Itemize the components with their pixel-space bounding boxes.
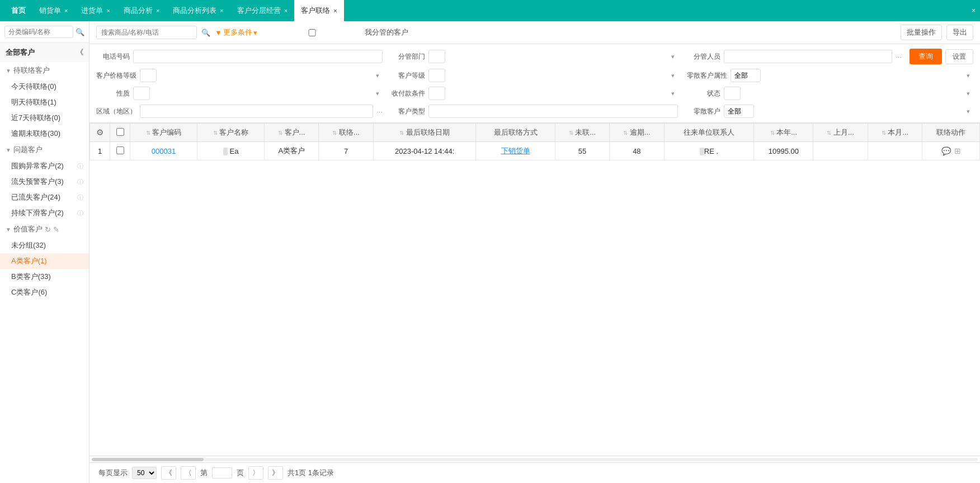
sidebar-item-tomorrow[interactable]: 明天待联络(1) bbox=[0, 94, 89, 110]
close-analysis[interactable]: × bbox=[156, 7, 159, 14]
phone-input[interactable] bbox=[133, 50, 383, 63]
close-customer-segment[interactable]: × bbox=[284, 7, 288, 14]
search-input[interactable] bbox=[96, 26, 197, 39]
query-button[interactable]: 查询 bbox=[910, 49, 942, 64]
status-select[interactable] bbox=[724, 87, 741, 100]
row-checkbox[interactable] bbox=[116, 146, 124, 154]
retail-attr-select[interactable]: 全部 bbox=[731, 69, 761, 82]
search-icon[interactable]: 🔍 bbox=[201, 29, 210, 37]
pagination-bar: 每页显示 50 《 〈 第 1 页 〉 》 共1页 1条记录 bbox=[89, 462, 980, 483]
sidebar-item-declining[interactable]: 持续下滑客户(2) ⓘ bbox=[0, 205, 89, 221]
last-page-button[interactable]: 》 bbox=[268, 466, 283, 480]
area-input[interactable] bbox=[140, 105, 373, 118]
sidebar-item-c-class[interactable]: C类客户(6) bbox=[0, 285, 89, 300]
sidebar-section-problem[interactable]: ▼ 问题客户 bbox=[0, 141, 89, 158]
retail-customer-select[interactable]: 全部 bbox=[724, 105, 754, 118]
page-number-input[interactable]: 1 bbox=[212, 467, 232, 479]
sidebar-all-customers[interactable]: 全部客户 《 bbox=[0, 43, 89, 62]
nav-customer-segment[interactable]: 客户分层经营 × bbox=[230, 0, 294, 21]
sidebar-item-b-class[interactable]: B类客户(33) bbox=[0, 269, 89, 285]
action-icons-group: 💬 ⊞ bbox=[927, 146, 975, 155]
customer-level-select[interactable] bbox=[428, 69, 445, 82]
sidebar-item-ungrouped[interactable]: 未分组(32) bbox=[0, 238, 89, 253]
sidebar-search-icon[interactable]: 🔍 bbox=[76, 28, 84, 36]
select-all-checkbox[interactable] bbox=[116, 128, 124, 136]
export-button[interactable]: 导出 bbox=[946, 25, 973, 40]
arrow-pending: ▼ bbox=[6, 68, 11, 74]
table-gear-icon[interactable]: ⚙ bbox=[96, 127, 103, 137]
per-page-select[interactable]: 50 bbox=[132, 467, 157, 479]
last-method-link[interactable]: 下销货单 bbox=[501, 146, 530, 155]
row-last-date: 2023-04-12 14:44: bbox=[373, 142, 475, 160]
nav-sales[interactable]: 销货单 × bbox=[32, 0, 74, 21]
close-analysis-list[interactable]: × bbox=[220, 7, 223, 14]
sidebar-item-hoard[interactable]: 囤购异常客户(2) ⓘ bbox=[0, 158, 89, 174]
col-sort-icon: ⇅ bbox=[146, 130, 150, 136]
row-index: 1 bbox=[90, 142, 110, 160]
nav-purchase[interactable]: 进货单 × bbox=[74, 0, 116, 21]
close-customer-contact[interactable]: × bbox=[333, 7, 337, 14]
sidebar-collapse-icon[interactable]: 《 bbox=[76, 48, 83, 58]
table-area: ⚙ ⇅ 客户编码 ⇅ 客户名称 bbox=[89, 123, 980, 456]
sidebar: 🔍 全部客户 《 ▼ 待联络客户 今天待联络(0) 明天待联络(1) 近7天待联… bbox=[0, 21, 89, 483]
scrollbar-thumb[interactable] bbox=[92, 458, 204, 461]
row-last-month bbox=[813, 142, 868, 160]
person-input[interactable] bbox=[724, 50, 892, 63]
row-actions: 💬 ⊞ bbox=[922, 142, 980, 160]
nav-home[interactable]: 首页 bbox=[4, 0, 32, 21]
sidebar-item-overdue[interactable]: 逾期未联络(30) bbox=[0, 126, 89, 141]
setting-button[interactable]: 设置 bbox=[945, 49, 973, 64]
arrow-value: ▼ bbox=[6, 226, 11, 233]
row-not-contact: 55 bbox=[555, 142, 609, 160]
nav-analysis[interactable]: 商品分析 × bbox=[117, 0, 166, 21]
person-dots[interactable]: ··· bbox=[896, 53, 902, 61]
filter-phone: 电话号码 bbox=[96, 50, 383, 63]
sidebar-item-today[interactable]: 今天待联络(0) bbox=[0, 79, 89, 94]
horizontal-scrollbar[interactable] bbox=[89, 456, 980, 462]
sidebar-search-input[interactable] bbox=[4, 26, 73, 38]
col-this-year: ⇅ 本年... bbox=[754, 124, 813, 142]
nav-customer-contact[interactable]: 客户联络 × bbox=[294, 0, 343, 21]
filter-dept: 分管部门 bbox=[392, 50, 678, 63]
col-contact-person: 往来单位联系人 bbox=[664, 124, 754, 142]
price-level-label: 客户价格等级 bbox=[96, 71, 136, 80]
customer-level-label: 客户等级 bbox=[392, 71, 425, 80]
info-icon-lost: ⓘ bbox=[77, 193, 83, 202]
my-customers-checkbox[interactable] bbox=[262, 29, 362, 36]
chat-icon[interactable]: 💬 bbox=[941, 146, 951, 155]
my-customers-check[interactable]: 我分管的客户 bbox=[262, 27, 408, 37]
close-sales[interactable]: × bbox=[64, 7, 68, 14]
more-conditions-button[interactable]: ▼ 更多条件 ▾ bbox=[215, 27, 257, 37]
batch-op-button[interactable]: 批量操作 bbox=[901, 25, 942, 40]
sidebar-item-loss-warning[interactable]: 流失预警客户(3) ⓘ bbox=[0, 174, 89, 190]
edit-icon[interactable]: ✎ bbox=[53, 225, 59, 234]
info-icon-declining: ⓘ bbox=[77, 209, 83, 217]
close-purchase[interactable]: × bbox=[106, 7, 110, 14]
row-name: Ea bbox=[197, 142, 265, 160]
filter-nature: 性质 bbox=[96, 87, 383, 100]
next-page-button[interactable]: 〉 bbox=[248, 466, 263, 480]
sidebar-item-lost[interactable]: 已流失客户(24) ⓘ bbox=[0, 190, 89, 205]
customer-type-input[interactable] bbox=[428, 105, 678, 118]
qr-icon[interactable]: ⊞ bbox=[954, 146, 961, 155]
payment-select[interactable] bbox=[428, 87, 445, 100]
sidebar-item-a-class[interactable]: A类客户(1) bbox=[0, 253, 89, 269]
row-overdue: 48 bbox=[610, 142, 664, 160]
filter-status: 状态 bbox=[687, 87, 973, 100]
row-code[interactable]: 000031 bbox=[130, 142, 197, 160]
area-dots[interactable]: ··· bbox=[376, 107, 383, 116]
dept-select[interactable] bbox=[428, 50, 445, 63]
prev-page-button[interactable]: 〈 bbox=[181, 466, 196, 480]
col-sort-icon: ⇅ bbox=[278, 130, 282, 136]
nature-select[interactable] bbox=[133, 87, 150, 100]
sidebar-section-pending[interactable]: ▼ 待联络客户 bbox=[0, 62, 89, 79]
nav-analysis-list[interactable]: 商品分析列表 × bbox=[166, 0, 230, 21]
price-level-select[interactable] bbox=[140, 69, 157, 82]
close-all-button[interactable]: × bbox=[972, 7, 976, 15]
first-page-button[interactable]: 《 bbox=[161, 466, 176, 480]
sidebar-item-7days[interactable]: 近7天待联络(0) bbox=[0, 110, 89, 126]
name-tag bbox=[223, 148, 228, 155]
col-last-date: ⇅ 最后联络日期 bbox=[373, 124, 475, 142]
refresh-icon[interactable]: ↻ bbox=[45, 225, 51, 234]
sidebar-section-value[interactable]: ▼ 价值客户 ↻ ✎ bbox=[0, 221, 89, 238]
